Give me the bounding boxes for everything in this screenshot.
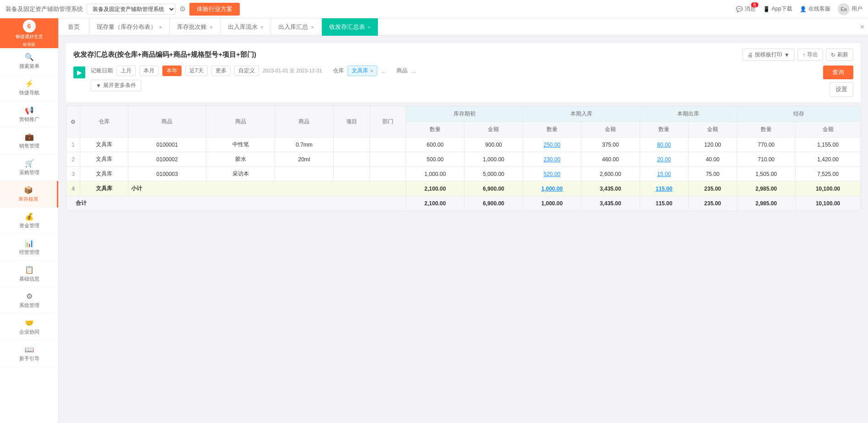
sidebar-item-quicknav[interactable]: ⚡ 快捷导航 [0, 75, 58, 101]
sidebar-item-system[interactable]: ⚙ 系统管理 [0, 287, 58, 314]
message-icon-item[interactable]: 💬 消息 6 [736, 5, 756, 13]
chart-icon: 📊 [25, 239, 34, 247]
sidebar-item-search[interactable]: 🔍 搜索菜单 [0, 48, 58, 75]
row-out-amt: 40.00 [688, 152, 737, 167]
tab-close-icon[interactable]: × [260, 24, 263, 30]
sidebar-item-finance[interactable]: 💰 资金管理 [0, 208, 58, 234]
row-dept [370, 152, 406, 167]
sidebar-item-enterprise[interactable]: 🤝 企业协同 [0, 314, 58, 341]
filter-collapse-button[interactable]: ▶ [73, 66, 85, 78]
row-warehouse: 文具库 [80, 167, 128, 181]
tab-label: 现存量（库存分布表） [97, 23, 156, 31]
row-warehouse: 文具库 [80, 137, 128, 152]
tab-close-icon[interactable]: × [159, 24, 162, 30]
top-bar: 装备及固定资产辅助管理系统 装备及固定资产辅助管理系统 ⚙ 体验行业方案 💬 消… [0, 0, 868, 18]
logo-number: 6 [28, 22, 31, 30]
row-out-qty[interactable]: 80.00 [640, 137, 688, 152]
data-table: ⚙ 仓库 商品 商品 商品 项目 部门 库存期初 本期入库 本期出库 结存 [66, 106, 861, 211]
row-in-qty[interactable]: 230.00 [523, 152, 581, 167]
date-btn-last-month[interactable]: 上月 [116, 66, 136, 76]
th-settings[interactable]: ⚙ [66, 106, 80, 137]
settings-gear-icon[interactable]: ⚙ [179, 5, 186, 13]
settings-button[interactable]: 设置 [829, 82, 853, 97]
tab-bar-close-icon[interactable]: × [860, 23, 868, 31]
tab-close-icon[interactable]: × [311, 24, 314, 30]
logo-icon: 6 [23, 20, 36, 33]
total-out-qty: 115.00 [640, 196, 688, 211]
th-close-amt: 金额 [796, 122, 861, 137]
row-in-amt: 2,600.00 [581, 167, 640, 181]
date-btn-custom[interactable]: 自定义 [234, 66, 259, 76]
expand-conditions-button[interactable]: ▼ 展开更多条件 [91, 80, 141, 91]
trial-button[interactable]: 体验行业方案 [189, 3, 240, 16]
sidebar-item-purchase[interactable]: 🛒 采购管理 [0, 154, 58, 181]
tab-close-icon[interactable]: × [368, 24, 370, 30]
filter-row-2: ▼ 展开更多条件 [91, 80, 818, 91]
row-num: 2 [66, 152, 80, 167]
row-close-qty: 1,505.00 [737, 167, 795, 181]
tab-label: 首页 [68, 23, 80, 31]
date-btn-this-year[interactable]: 本年 [162, 66, 182, 76]
sub-out-qty: 115.00 [640, 181, 688, 196]
tab-close-icon[interactable]: × [210, 24, 212, 30]
row-out-qty[interactable]: 20.00 [640, 152, 688, 167]
goods-more-btn[interactable]: ... [411, 68, 416, 74]
app-download-item[interactable]: 📱 App下载 [763, 5, 792, 13]
tab-flow[interactable]: 出入库流水 × [221, 18, 271, 36]
sidebar-item-sales[interactable]: 💼 销售管理 [0, 128, 58, 154]
app-wrapper: 装备及固定资产辅助管理系统 装备及固定资产辅助管理系统 ⚙ 体验行业方案 💬 消… [0, 0, 868, 423]
tab-inout-summary[interactable]: 出入库汇总 × [271, 18, 321, 36]
tab-bar: 首页 现存量（库存分布表） × 库存批次账 × 出入库流水 × 出入库汇总 × [59, 18, 868, 36]
row-out-qty[interactable]: 15.00 [640, 167, 688, 181]
total-close-amt: 10,100.00 [796, 196, 861, 211]
user-item[interactable]: Ea 用户 [838, 3, 862, 15]
row-open-qty: 600.00 [406, 137, 464, 152]
table-row: 1 文具库 0100001 中性笔 0.7mm 600.00 900.00 25… [66, 137, 861, 152]
briefcase-icon: 💼 [25, 132, 34, 141]
tab-home[interactable]: 首页 [59, 18, 89, 36]
row-close-amt: 1,155.00 [796, 137, 861, 152]
system-select[interactable]: 装备及固定资产辅助管理系统 [87, 4, 176, 15]
tab-recv-summary[interactable]: 收发存汇总表 × [322, 18, 378, 36]
filter-row-1: ▶ 记账日期 上月 本月 本年 近7天 更多 自定义 2023-01-01 至 … [73, 66, 853, 97]
sidebar-item-inventory[interactable]: 📦 库存核算 [0, 181, 58, 208]
row-open-qty: 1,000.00 [406, 167, 464, 181]
money-icon: 💰 [25, 212, 34, 221]
sidebar-item-operations[interactable]: 📊 经营管理 [0, 234, 58, 261]
row-code: 0100002 [128, 152, 206, 167]
query-button[interactable]: 查询 [823, 66, 853, 79]
table-row: 3 文具库 0100003 采访本 1,000.00 5,000.00 520.… [66, 167, 861, 181]
print-button[interactable]: 🖨 按模板打印 ▼ [742, 49, 795, 61]
row-name: 中性笔 [206, 137, 275, 152]
warehouse-more-btn[interactable]: ... [381, 68, 386, 74]
table-row: 2 文具库 0100002 胶水 20ml 500.00 1,000.00 23… [66, 152, 861, 167]
message-icon: 💬 [736, 6, 743, 12]
row-code: 0100003 [128, 167, 206, 181]
row-in-qty[interactable]: 250.00 [523, 137, 581, 152]
sidebar-logo: 6 畅捷通好生意 [0, 18, 58, 41]
warehouse-tag-remove[interactable]: × [370, 68, 373, 74]
filter-container: 收发存汇总表(按仓库+商品编码+商品+规格型号+项目+部门) 🖨 按模板打印 ▼… [66, 43, 861, 102]
sidebar-item-baseinfo[interactable]: 📋 基础信息 [0, 261, 58, 287]
row-in-qty[interactable]: 520.00 [523, 167, 581, 181]
tab-batch[interactable]: 库存批次账 × [170, 18, 220, 36]
settings-table-icon: ⚙ [71, 119, 76, 125]
row-out-amt: 120.00 [688, 137, 737, 152]
sidebar-item-guide[interactable]: 📖 新手引导 [0, 341, 58, 367]
row-close-amt: 7,525.00 [796, 167, 861, 181]
sidebar-item-label: 资金管理 [19, 222, 39, 229]
online-service-item[interactable]: 👤 在线客服 [800, 5, 830, 13]
date-btn-7days[interactable]: 近7天 [185, 66, 208, 76]
sub-num: 4 [66, 181, 80, 196]
date-btn-this-month[interactable]: 本月 [139, 66, 159, 76]
tab-inventory-dist[interactable]: 现存量（库存分布表） × [89, 18, 170, 36]
warehouse-filter-tag[interactable]: 文具库 × [348, 66, 377, 76]
page-content: 收发存汇总表(按仓库+商品编码+商品+规格型号+项目+部门) 🖨 按模板打印 ▼… [59, 36, 868, 423]
export-button[interactable]: ↑ 导出 [797, 49, 823, 61]
sub-out-amt: 235.00 [688, 181, 737, 196]
date-btn-more[interactable]: 更多 [211, 66, 231, 76]
total-open-qty: 2,100.00 [406, 196, 464, 211]
refresh-button[interactable]: ↻ 刷新 [826, 49, 853, 61]
th-warehouse: 仓库 [80, 106, 128, 137]
sidebar-item-marketing[interactable]: 📢 营销推广 [0, 101, 58, 128]
